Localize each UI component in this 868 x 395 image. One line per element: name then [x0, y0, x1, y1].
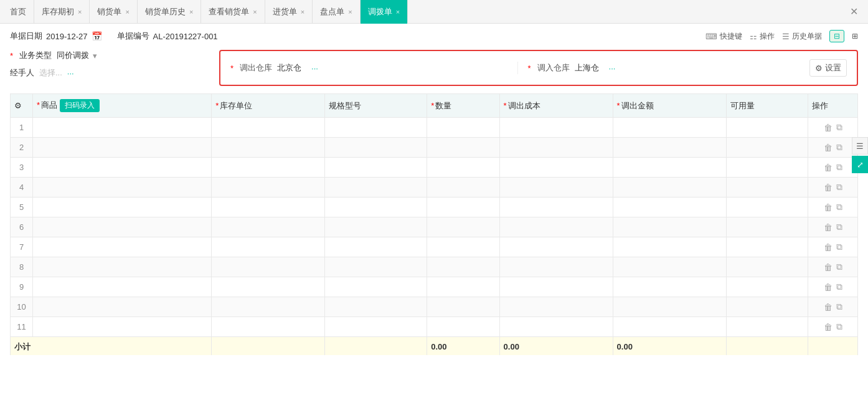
row-qty[interactable]: [427, 217, 499, 237]
row-unit[interactable]: [212, 297, 325, 317]
copy-icon[interactable]: ⧉: [836, 282, 842, 292]
tab-view-sales[interactable]: 查看销货单 ×: [201, 0, 265, 24]
row-available[interactable]: [726, 237, 808, 257]
tab-inventory-init[interactable]: 库存期初 ×: [34, 0, 90, 24]
row-unit[interactable]: [212, 277, 325, 297]
delete-icon[interactable]: 🗑: [824, 302, 833, 312]
row-qty[interactable]: [427, 237, 499, 257]
tab-transfer-order-close[interactable]: ×: [396, 8, 400, 16]
operations-button[interactable]: ⚏ 操作: [750, 31, 775, 42]
row-cost[interactable]: [499, 257, 613, 277]
row-qty[interactable]: [427, 138, 499, 158]
tab-transfer-order[interactable]: 调拨单 ×: [361, 0, 408, 24]
row-unit[interactable]: [212, 198, 325, 217]
copy-icon[interactable]: ⧉: [836, 122, 842, 133]
scan-button[interactable]: 扫码录入: [60, 99, 100, 112]
dropdown-icon[interactable]: ▾: [93, 51, 97, 60]
warehouse-in-more[interactable]: ···: [609, 64, 616, 73]
row-amount[interactable]: [613, 317, 726, 337]
row-qty[interactable]: [427, 178, 499, 198]
tab-home[interactable]: 首页: [5, 0, 34, 24]
row-cost[interactable]: [499, 178, 613, 198]
row-spec[interactable]: [325, 158, 427, 178]
tab-sales-history-close[interactable]: ×: [189, 8, 193, 16]
copy-icon[interactable]: ⧉: [836, 222, 842, 232]
row-qty[interactable]: [427, 317, 499, 337]
tab-view-sales-close[interactable]: ×: [253, 8, 257, 16]
row-cost[interactable]: [499, 138, 613, 158]
row-unit[interactable]: [212, 317, 325, 337]
right-panel-doc-icon[interactable]: ☰: [852, 137, 868, 155]
row-unit[interactable]: [212, 178, 325, 198]
row-available[interactable]: [726, 257, 808, 277]
row-qty[interactable]: [427, 118, 499, 138]
row-available[interactable]: [726, 297, 808, 317]
delete-icon[interactable]: 🗑: [824, 282, 833, 292]
row-spec[interactable]: [325, 297, 427, 317]
row-amount[interactable]: [613, 217, 726, 237]
row-product[interactable]: [33, 257, 212, 277]
copy-icon[interactable]: ⧉: [836, 182, 842, 193]
row-amount[interactable]: [613, 297, 726, 317]
row-product[interactable]: [33, 277, 212, 297]
settings-button[interactable]: ⚙ 设置: [809, 59, 847, 77]
delete-icon[interactable]: 🗑: [824, 163, 833, 173]
tab-sales-history[interactable]: 销货单历史 ×: [138, 0, 201, 24]
delete-icon[interactable]: 🗑: [824, 202, 833, 212]
row-qty[interactable]: [427, 277, 499, 297]
row-amount[interactable]: [613, 257, 726, 277]
copy-icon[interactable]: ⧉: [836, 321, 842, 332]
row-available[interactable]: [726, 158, 808, 178]
row-unit[interactable]: [212, 118, 325, 138]
tab-sales-order-close[interactable]: ×: [125, 8, 129, 16]
row-spec[interactable]: [325, 198, 427, 217]
row-spec[interactable]: [325, 178, 427, 198]
tab-purchase-order-close[interactable]: ×: [301, 8, 304, 16]
col-gear[interactable]: ⚙: [11, 94, 33, 118]
row-cost[interactable]: [499, 198, 613, 217]
tab-inventory-check-close[interactable]: ×: [348, 8, 352, 16]
right-panel-expand-icon[interactable]: ⤢: [852, 156, 868, 173]
row-product[interactable]: [33, 317, 212, 337]
row-amount[interactable]: [613, 178, 726, 198]
copy-icon[interactable]: ⧉: [836, 142, 842, 153]
row-unit[interactable]: [212, 158, 325, 178]
tab-inventory-check[interactable]: 盘点单 ×: [313, 0, 360, 24]
manager-select[interactable]: 选择...: [39, 67, 62, 79]
copy-icon[interactable]: ⧉: [836, 302, 842, 312]
row-product[interactable]: [33, 138, 212, 158]
row-cost[interactable]: [499, 317, 613, 337]
row-spec[interactable]: [325, 317, 427, 337]
row-qty[interactable]: [427, 158, 499, 178]
calendar-icon[interactable]: 📅: [92, 31, 102, 41]
copy-icon[interactable]: ⧉: [836, 262, 842, 272]
tab-purchase-order[interactable]: 进货单 ×: [265, 0, 313, 24]
row-available[interactable]: [726, 138, 808, 158]
row-spec[interactable]: [325, 118, 427, 138]
row-available[interactable]: [726, 217, 808, 237]
tab-inventory-init-close[interactable]: ×: [78, 8, 82, 16]
row-unit[interactable]: [212, 138, 325, 158]
row-spec[interactable]: [325, 277, 427, 297]
row-qty[interactable]: [427, 257, 499, 277]
row-product[interactable]: [33, 198, 212, 217]
row-amount[interactable]: [613, 198, 726, 217]
delete-icon[interactable]: 🗑: [824, 322, 833, 332]
row-product[interactable]: [33, 217, 212, 237]
row-unit[interactable]: [212, 237, 325, 257]
row-spec[interactable]: [325, 217, 427, 237]
delete-icon[interactable]: 🗑: [824, 123, 833, 133]
row-product[interactable]: [33, 158, 212, 178]
copy-icon[interactable]: ⧉: [836, 242, 842, 252]
warehouse-out-more[interactable]: ···: [311, 64, 318, 73]
shortcuts-button[interactable]: ⌨ 快捷键: [705, 31, 742, 42]
tab-sales-order[interactable]: 销货单 ×: [90, 0, 137, 24]
row-spec[interactable]: [325, 237, 427, 257]
row-cost[interactable]: [499, 158, 613, 178]
row-qty[interactable]: [427, 198, 499, 217]
row-product[interactable]: [33, 297, 212, 317]
row-product[interactable]: [33, 118, 212, 138]
history-button[interactable]: ☰ 历史单据: [782, 31, 822, 42]
business-type-select[interactable]: 同价调拨 ▾: [57, 50, 209, 61]
row-cost[interactable]: [499, 217, 613, 237]
